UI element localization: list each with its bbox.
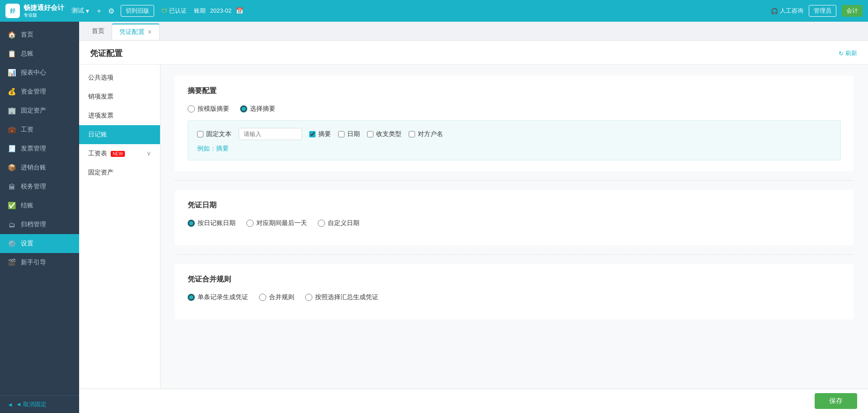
radio-template-summary[interactable]: 按模版摘要 — [188, 105, 229, 113]
page-content: 凭证配置 ↻ 刷新 公共选项 销项发票 进项发票 日记账 — [79, 41, 868, 413]
content-area: 首页 凭证配置 ✕ 凭证配置 ↻ 刷新 — [79, 22, 868, 413]
sidebar-label-funds: 资金管理 — [21, 88, 46, 96]
sidebar-item-tax[interactable]: 🏛 税务管理 — [0, 177, 79, 196]
checkbox-income-type[interactable]: 收支类型 — [367, 130, 401, 138]
role-button[interactable]: 会计 — [842, 5, 863, 17]
refresh-button[interactable]: ↻ 刷新 — [839, 49, 857, 63]
project-dropdown-icon[interactable]: ▾ — [86, 7, 89, 14]
sidebar-label-assets: 固定资产 — [21, 107, 46, 115]
sidebar-label-tax: 税务管理 — [21, 183, 46, 191]
headset-icon: 🎧 — [771, 8, 778, 14]
save-button[interactable]: 保存 — [815, 393, 857, 409]
radio-custom-date[interactable]: 自定义日期 — [318, 219, 359, 227]
user-button[interactable]: 管理员 — [809, 5, 836, 17]
date-radio-group: 按日记账日期 对应期间最后一天 自定义日期 — [188, 219, 841, 227]
sidebar-item-archive[interactable]: 🗂 归档管理 — [0, 215, 79, 234]
assets-icon: 🏢 — [7, 106, 16, 115]
sidebar-item-funds[interactable]: 💰 资金管理 — [0, 82, 79, 101]
sidebar-item-guide[interactable]: 🎬 新手引导 — [0, 253, 79, 272]
certified-label: 已认证 — [169, 7, 187, 15]
sidebar-item-salary[interactable]: 💼 工资 — [0, 120, 79, 139]
funds-icon: 💰 — [7, 87, 16, 96]
radio-summary-generate[interactable]: 按照选择汇总生成凭证 — [305, 293, 378, 301]
settings-icon[interactable]: ⚙ — [108, 7, 114, 15]
sidebar-item-ledger[interactable]: 📋 总账 — [0, 44, 79, 63]
sidebar-item-assets[interactable]: 🏢 固定资产 — [0, 101, 79, 120]
merge-section: 凭证合并规则 单条记录生成凭证 合并规则 — [175, 264, 854, 319]
checkbox-date[interactable]: 日期 — [338, 130, 360, 138]
sidebar-item-settings[interactable]: ⚙️ 设置 — [0, 234, 79, 253]
radio-period-last-day[interactable]: 对应期间最后一天 — [246, 219, 307, 227]
checkbox-counterpart[interactable]: 对方户名 — [409, 130, 443, 138]
project-name: 测试 — [71, 7, 84, 15]
home-icon: 🏠 — [7, 30, 16, 39]
bottom-bar: 保存 — [79, 389, 868, 413]
left-nav-fixed-assets[interactable]: 固定资产 — [79, 163, 160, 182]
new-badge: NEW — [111, 151, 125, 157]
example-text: 例如：摘要 — [197, 145, 831, 153]
left-nav-purchase-invoice[interactable]: 进项发票 — [79, 106, 160, 125]
radio-select-summary[interactable]: 选择摘要 — [240, 105, 275, 113]
sidebar: 🏠 首页 📋 总账 📊 报表中心 💰 资金管理 🏢 固定资产 — [0, 22, 79, 413]
left-nav-sales-invoice[interactable]: 销项发票 — [79, 87, 160, 106]
page-header: 凭证配置 ↻ 刷新 — [79, 41, 868, 65]
left-nav-diary[interactable]: 日记账 — [79, 125, 160, 144]
sidebar-item-reports[interactable]: 📊 报表中心 — [0, 63, 79, 82]
summary-options-row: 固定文本 摘要 日期 — [197, 128, 831, 140]
merge-title: 凭证合并规则 — [188, 275, 841, 284]
sidebar-label-close: 结账 — [21, 202, 33, 210]
left-nav: 公共选项 销项发票 进项发票 日记账 工资表 NEW ∨ 固定资产 — [79, 65, 160, 389]
add-icon[interactable]: ＋ — [95, 6, 103, 16]
pin-icon: ◄ — [7, 401, 13, 408]
sidebar-label-invoice: 发票管理 — [21, 145, 46, 153]
radio-diary-date[interactable]: 按日记账日期 — [188, 219, 236, 227]
logo: 好 畅捷通好会计 专业版 — [5, 4, 64, 19]
tax-icon: 🏛 — [7, 182, 16, 191]
sidebar-label-ledger: 总账 — [21, 50, 33, 58]
sidebar-item-invoice[interactable]: 🧾 发票管理 — [0, 139, 79, 158]
sidebar-item-home[interactable]: 🏠 首页 — [0, 25, 79, 44]
close-account-icon: ✅ — [7, 201, 16, 210]
tab-voucher-config-label: 凭证配置 — [119, 28, 145, 36]
main-layout: 公共选项 销项发票 进项发票 日记账 工资表 NEW ∨ 固定资产 — [79, 65, 868, 389]
top-bar: 好 畅捷通好会计 专业版 测试 ▾ ＋ ⚙ 切到旧版 🛡 已认证 账期 2023… — [0, 0, 868, 22]
settings-sidebar-icon: ⚙️ — [7, 239, 16, 248]
summary-title: 摘要配置 — [188, 86, 841, 96]
guide-icon: 🎬 — [7, 258, 16, 267]
period-label: 账期 2023-02 📅 — [194, 7, 243, 15]
sidebar-label-reports: 报表中心 — [21, 69, 46, 77]
radio-merge-rule[interactable]: 合并规则 — [259, 293, 294, 301]
archive-icon: 🗂 — [7, 220, 16, 229]
tab-home[interactable]: 首页 — [85, 23, 112, 39]
salary-icon: 💼 — [7, 125, 16, 134]
page-title: 凭证配置 — [90, 48, 123, 64]
trade-icon: 📦 — [7, 163, 16, 172]
arrow-icon: ∨ — [146, 150, 151, 157]
checkbox-fixed-text[interactable]: 固定文本 — [197, 130, 231, 138]
calendar-icon[interactable]: 📅 — [236, 7, 243, 14]
date-section: 凭证日期 按日记账日期 对应期间最后一天 — [175, 190, 854, 245]
radio-single-record[interactable]: 单条记录生成凭证 — [188, 293, 248, 301]
sidebar-pin-button[interactable]: ◄ ◄ 取消固定 — [0, 395, 79, 413]
certified-badge: 🛡 已认证 — [161, 7, 187, 15]
sidebar-item-close[interactable]: ✅ 结账 — [0, 196, 79, 215]
left-nav-payroll[interactable]: 工资表 NEW ∨ — [79, 144, 160, 163]
tab-close-icon[interactable]: ✕ — [147, 29, 152, 35]
summary-sub-config: 固定文本 摘要 日期 — [188, 120, 841, 160]
sidebar-label-settings: 设置 — [21, 239, 33, 248]
service-button[interactable]: 🎧 人工咨询 — [771, 7, 803, 15]
summary-section: 摘要配置 按模版摘要 选择摘要 — [175, 75, 854, 171]
sidebar-label-home: 首页 — [21, 31, 33, 39]
sidebar-label-archive: 归档管理 — [21, 221, 46, 229]
tab-voucher-config[interactable]: 凭证配置 ✕ — [112, 23, 160, 40]
sidebar-item-trade[interactable]: 📦 进销台账 — [0, 158, 79, 177]
switch-version-button[interactable]: 切到旧版 — [121, 5, 154, 17]
logo-text: 畅捷通好会计 — [24, 4, 64, 12]
fixed-text-input[interactable] — [239, 128, 302, 140]
summary-radio-group: 按模版摘要 选择摘要 — [188, 105, 841, 113]
checkbox-summary[interactable]: 摘要 — [309, 130, 331, 138]
left-nav-public[interactable]: 公共选项 — [79, 68, 160, 87]
sidebar-label-guide: 新手引导 — [21, 258, 46, 267]
logo-icon: 好 — [5, 4, 20, 18]
logo-sub: 专业版 — [24, 12, 64, 19]
